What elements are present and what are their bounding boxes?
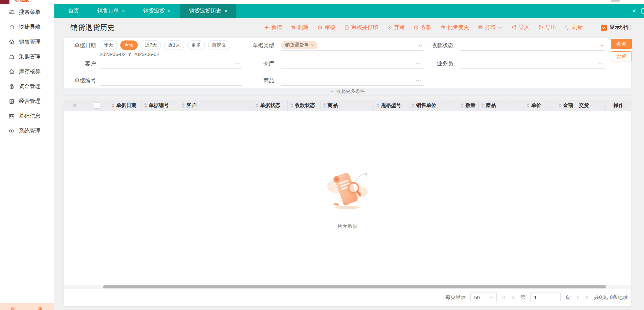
sort-arrows-icon xyxy=(527,103,530,108)
announcement-sound-icon[interactable] xyxy=(37,306,43,310)
show-detail-checkbox[interactable]: 显示明细 xyxy=(601,24,631,31)
prev-page-icon[interactable] xyxy=(511,295,516,300)
customer-field[interactable]: … xyxy=(100,59,242,69)
column-header-4[interactable]: 收款状态 xyxy=(288,100,320,111)
tab-close-icon[interactable]: × xyxy=(122,8,125,13)
doc-type-field[interactable]: 销货退货单 × xyxy=(281,40,423,51)
tab-0[interactable]: 首页 xyxy=(59,4,88,18)
tab-2[interactable]: 销货退货× xyxy=(134,4,180,18)
date-pill-3[interactable]: 近1月 xyxy=(164,40,184,50)
date-pill-4[interactable]: 更多 xyxy=(187,40,205,50)
sidebar-item-base-info[interactable]: 基础信息 xyxy=(0,109,54,123)
more-dots-icon[interactable]: … xyxy=(234,59,240,65)
toolbar-plus-button[interactable]: 新增 xyxy=(264,24,282,31)
toolbar-audit-button[interactable]: 审核 xyxy=(317,24,335,31)
sidebar-item-funds[interactable]: 资金管理 xyxy=(0,79,54,94)
doc-type-tag[interactable]: 销货退货单 × xyxy=(281,41,317,49)
more-dots-icon[interactable]: … xyxy=(597,59,603,65)
maximize-icon[interactable] xyxy=(641,8,644,13)
empty-illustration xyxy=(322,167,373,214)
inventory-icon xyxy=(8,68,15,75)
column-header-6[interactable]: 规格型号 xyxy=(374,100,409,111)
date-filter-label: 单据日期 xyxy=(64,40,96,51)
column-header-1[interactable]: 单据编号 xyxy=(141,100,179,111)
toolbar-export-button[interactable]: 导出 xyxy=(538,24,556,31)
toolbar-import-button[interactable]: 导入 xyxy=(512,24,530,31)
close-all-tabs-icon[interactable]: × xyxy=(632,7,636,15)
toolbar-audit-print-button[interactable]: 审核并打印 xyxy=(344,24,378,31)
column-header-5[interactable]: 商品 xyxy=(320,100,374,111)
date-pill-1[interactable]: 今天 xyxy=(120,40,138,50)
toolbar-unaudit-button[interactable]: 弃审 xyxy=(387,24,405,31)
toolbar-button-label: 审核 xyxy=(325,24,335,31)
chevron-down-icon[interactable] xyxy=(599,43,604,48)
tag-remove-icon[interactable]: × xyxy=(311,43,314,48)
column-header-11[interactable]: 金额 xyxy=(544,100,576,111)
sidebar-item-purchase[interactable]: 采购管理 xyxy=(0,49,54,64)
settings-gear-icon[interactable] xyxy=(10,306,16,310)
filter-panel: 单据日期 昨天今天近7天近1月更多自定义 2023-06-02 至 2023-0… xyxy=(64,38,631,95)
tab-close-icon[interactable]: × xyxy=(168,8,171,13)
horizontal-scrollbar-thumb[interactable] xyxy=(103,285,606,288)
chevron-down-icon xyxy=(489,295,493,299)
tab-3[interactable]: 销货退货历史× xyxy=(180,4,237,18)
sidebar-item-inventory[interactable]: 库存核算 xyxy=(0,64,54,79)
collapse-filters-button[interactable]: 收起更多条件 xyxy=(64,88,631,95)
toolbar-button-label: 新增 xyxy=(271,24,282,31)
payment-status-field[interactable] xyxy=(460,40,605,51)
doc-no-field[interactable] xyxy=(100,76,242,86)
toolbar-refresh-button[interactable]: 刷新 xyxy=(565,24,583,31)
last-page-icon[interactable] xyxy=(584,295,589,300)
toolbar-batch-button[interactable]: 批量变更 xyxy=(440,24,469,31)
settings-button[interactable]: 设置 xyxy=(611,51,632,61)
first-page-icon[interactable] xyxy=(501,295,507,300)
page-suffix-label: 页 xyxy=(565,294,570,301)
salesman-field[interactable]: … xyxy=(460,59,605,69)
more-dots-icon[interactable]: … xyxy=(416,59,421,65)
sidebar-item-business[interactable]: 经营管理 xyxy=(0,94,54,109)
tab-1[interactable]: 销售订单× xyxy=(88,4,134,18)
column-header-label: 商品 xyxy=(328,102,338,109)
toolbar-print-button[interactable]: 打印 xyxy=(478,24,503,31)
page-prefix-label: 第 xyxy=(520,294,525,301)
payment-status-label: 收款状态 xyxy=(421,40,453,51)
date-pill-0[interactable]: 昨天 xyxy=(100,40,117,50)
date-pill-2[interactable]: 近7天 xyxy=(141,40,161,50)
page-number-input[interactable] xyxy=(530,292,561,302)
export-icon xyxy=(538,25,543,30)
sidebar-item-search-menu[interactable]: 搜索菜单 xyxy=(0,5,54,20)
toolbar-collect-button[interactable]: 收款 xyxy=(414,24,432,31)
next-page-icon[interactable] xyxy=(575,295,580,300)
refresh-icon xyxy=(565,25,570,30)
sidebar-item-home[interactable]: 快捷导航 xyxy=(0,20,54,34)
sidebar-item-label: 搜索菜单 xyxy=(19,9,41,16)
more-dots-icon[interactable]: … xyxy=(416,76,421,82)
column-header-10[interactable]: 单价 xyxy=(510,100,544,111)
sidebar-item-system[interactable]: 系统管理 xyxy=(0,123,54,138)
date-pill-5[interactable]: 自定义 xyxy=(208,40,230,50)
column-header-7[interactable]: 销售单位 xyxy=(409,100,443,111)
column-header-8[interactable]: 数量 xyxy=(443,100,479,111)
select-all-checkbox[interactable] xyxy=(94,103,100,109)
toolbar-button-label: 审核并打印 xyxy=(351,24,378,31)
toolbar-button-label: 批量变更 xyxy=(447,24,469,31)
product-field[interactable]: … xyxy=(281,76,423,86)
warehouse-field[interactable]: … xyxy=(281,59,423,69)
per-page-select[interactable]: 50 xyxy=(470,292,497,302)
audit-print-icon xyxy=(344,25,349,30)
query-button[interactable]: 查询 xyxy=(611,39,632,49)
sidebar-item-sales[interactable]: 销售管理 xyxy=(0,34,54,49)
tab-close-icon[interactable]: × xyxy=(225,8,228,13)
column-header-2[interactable]: 客户 xyxy=(179,100,253,111)
toolbar-trash-button[interactable]: 删除 xyxy=(291,24,309,31)
date-range-value[interactable]: 2023-06-02 至 2023-06-02 xyxy=(100,51,159,58)
toolbar: 新增删除审核审核并打印弃审收款批量变更打印导入导出刷新 显示明细 xyxy=(264,24,631,31)
doc-type-label: 单据类型 xyxy=(242,40,274,51)
column-header-0[interactable]: 单据日期 xyxy=(109,100,141,111)
column-header-13[interactable]: 操作 xyxy=(606,100,631,111)
column-header-9[interactable]: 赠品 xyxy=(479,100,510,111)
column-header-3[interactable]: 单据状态 xyxy=(253,100,288,111)
column-header-12[interactable]: 交货 xyxy=(576,100,606,111)
column-settings-gear-icon[interactable] xyxy=(64,100,85,111)
sidebar-item-label: 采购管理 xyxy=(19,53,41,60)
